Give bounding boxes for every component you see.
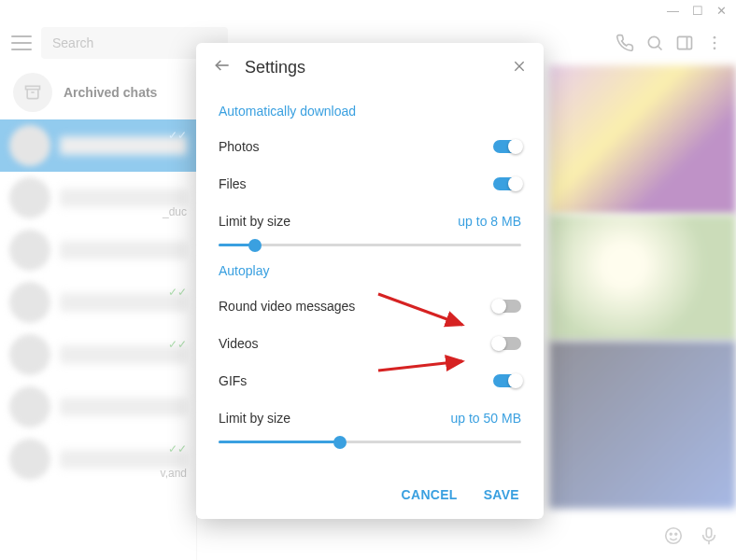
option-label: Limit by size (219, 214, 290, 229)
photos-toggle[interactable] (493, 140, 521, 153)
option-round-video: Round video messages (219, 287, 521, 325)
round-video-toggle[interactable] (493, 300, 521, 313)
download-limit-value: up to 8 MB (458, 214, 521, 229)
files-toggle[interactable] (493, 177, 521, 190)
cancel-button[interactable]: CANCEL (402, 487, 458, 502)
autoplay-limit-slider[interactable] (219, 441, 521, 443)
option-files: Files (219, 165, 521, 203)
dialog-actions: CANCEL SAVE (196, 474, 544, 519)
option-videos: Videos (219, 325, 521, 362)
settings-dialog: Settings Automatically download Photos F… (196, 43, 544, 519)
option-label: Files (219, 176, 247, 191)
option-label: Videos (219, 336, 259, 351)
option-label: Limit by size (219, 411, 290, 426)
gifs-toggle[interactable] (493, 374, 521, 387)
option-autoplay-limit: Limit by size up to 50 MB (219, 399, 521, 437)
dialog-title: Settings (245, 58, 499, 77)
option-label: Round video messages (219, 299, 355, 314)
option-label: GIFs (219, 373, 247, 388)
option-label: Photos (219, 139, 260, 154)
videos-toggle[interactable] (493, 337, 521, 350)
section-auto-download-title: Automatically download (219, 104, 521, 119)
close-icon[interactable] (512, 59, 527, 77)
back-icon[interactable] (213, 56, 232, 79)
section-autoplay-title: Autoplay (219, 263, 521, 278)
option-download-limit: Limit by size up to 8 MB (219, 203, 521, 240)
option-photos: Photos (219, 128, 521, 165)
autoplay-limit-value: up to 50 MB (451, 411, 522, 426)
option-gifs: GIFs (219, 362, 521, 399)
download-limit-slider[interactable] (219, 244, 521, 246)
save-button[interactable]: SAVE (484, 487, 519, 502)
